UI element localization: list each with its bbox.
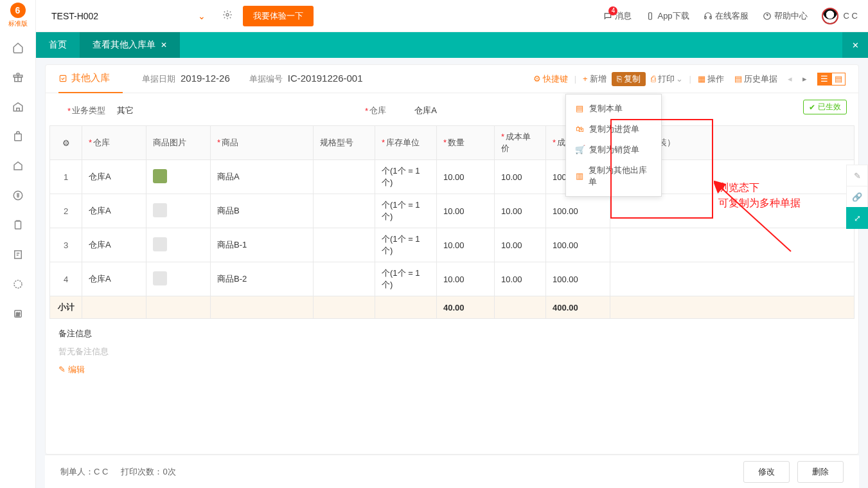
edit-remarks-link[interactable]: ✎ 编辑 [58, 364, 846, 375]
edit-icon: ✎ [58, 365, 68, 374]
product-thumbnail [153, 237, 167, 251]
svg-point-6 [14, 280, 22, 288]
nav-house-icon[interactable] [0, 153, 36, 179]
chevron-down-icon: ⌄ [676, 74, 683, 84]
copy-button[interactable]: ⎘复制 [612, 72, 646, 86]
svg-rect-2 [14, 134, 21, 141]
table-row[interactable]: 3仓库A商品B-1个(1个 = 1个)10.0010.00100.00 [50, 228, 855, 262]
svg-rect-10 [649, 12, 652, 19]
nav-gift-icon[interactable] [0, 64, 36, 90]
svg-rect-11 [704, 16, 705, 18]
items-table: ⚙ *仓库 商品图片 *商品 规格型号 *库存单位 *数量 *成本单价 *成本金… [49, 125, 855, 319]
headset-icon [704, 12, 713, 21]
left-sidebar: 6 标准版 新 [0, 0, 36, 488]
settings-gear-icon[interactable] [222, 10, 233, 22]
nav-money-icon[interactable] [0, 183, 36, 208]
nav-report-icon[interactable] [0, 242, 36, 267]
svg-text:新: 新 [16, 312, 20, 316]
nav-prev-button[interactable]: ◂ [783, 74, 797, 84]
user-avatar [822, 8, 838, 24]
nav-sync-icon[interactable] [0, 271, 36, 297]
message-icon: 4 [603, 12, 612, 21]
tab-close-icon[interactable]: ✕ [161, 41, 167, 50]
svg-rect-12 [710, 16, 711, 18]
remarks-title: 备注信息 [58, 328, 846, 339]
gear-icon: ⚙ [533, 74, 541, 84]
document-card: 其他入库 单据日期2019-12-26 单据编号IC-20191226-001 … [45, 64, 859, 455]
copy-this-item[interactable]: ▤复制本单 [566, 98, 661, 119]
tab-home[interactable]: 首页 [36, 32, 80, 58]
bill-number: 单据编号IC-20191226-001 [249, 73, 363, 85]
bill-date: 单据日期2019-12-26 [142, 73, 230, 85]
doc-out-icon: ▥ [575, 171, 583, 181]
svg-rect-4 [15, 221, 21, 229]
grid-icon: ▦ [698, 74, 705, 84]
nav-bag-icon[interactable] [0, 123, 36, 149]
history-icon: ▤ [734, 74, 742, 84]
try-experience-button[interactable]: 我要体验一下 [243, 6, 314, 26]
copy-dropdown: ▤复制本单 🛍复制为进货单 🛒复制为销货单 ▥复制为其他出库单 [565, 94, 662, 197]
page-tabs: 首页 查看其他入库单 ✕ ✕ [36, 32, 868, 58]
print-count-info: 打印次数：0次 [121, 466, 175, 478]
subtotal-row: 小计 40.00 400.00 [50, 296, 855, 319]
modify-button[interactable]: 修改 [743, 461, 790, 483]
chevron-down-icon: ⌄ [198, 11, 206, 21]
creator-info: 制单人：C C [60, 466, 108, 478]
copy-to-sales-item[interactable]: 🛒复制为销货单 [566, 140, 661, 160]
warehouse-field: *仓库仓库A [365, 105, 437, 116]
check-icon: ✔ [809, 103, 815, 112]
messages-link[interactable]: 4 消息 [603, 10, 632, 22]
svg-rect-14 [60, 75, 66, 81]
user-menu[interactable]: C C [822, 8, 858, 24]
view-grid-button[interactable]: ▤ [831, 73, 846, 86]
tab-current[interactable]: 查看其他入库单 ✕ [80, 32, 180, 58]
top-bar: TEST-H002 ⌄ 我要体验一下 4 消息 App下载 在线客 [36, 0, 868, 32]
cart-icon: 🛒 [575, 145, 584, 154]
copy-to-purchase-item[interactable]: 🛍复制为进货单 [566, 119, 661, 140]
print-button[interactable]: ⎙打印⌄ [646, 73, 688, 85]
copy-to-other-out-item[interactable]: ▥复制为其他出库单 [566, 160, 661, 192]
product-thumbnail [153, 203, 167, 217]
nav-clipboard-icon[interactable] [0, 212, 36, 238]
status-badge: ✔已生效 [803, 100, 847, 114]
online-support-link[interactable]: 在线客服 [704, 10, 748, 22]
nav-warehouse-icon[interactable] [0, 94, 36, 120]
nav-home-icon[interactable] [0, 35, 36, 60]
shortcut-button[interactable]: ⚙快捷键 [528, 73, 573, 85]
table-header-row: ⚙ *仓库 商品图片 *商品 规格型号 *库存单位 *数量 *成本单价 *成本金… [50, 126, 855, 160]
page-footer: 制单人：C C 打印次数：0次 修改 删除 [45, 455, 859, 488]
bag-icon: 🛍 [575, 124, 584, 134]
operate-button[interactable]: ▦操作 [693, 73, 729, 85]
org-selector[interactable]: TEST-H002 ⌄ [51, 11, 212, 21]
help-center-link[interactable]: 帮助中心 [763, 10, 808, 22]
product-thumbnail [153, 169, 167, 183]
tabs-close-all[interactable]: ✕ [842, 32, 868, 58]
delete-button[interactable]: 删除 [797, 461, 844, 483]
help-icon [763, 12, 772, 21]
rb-note-icon[interactable]: ✎ [846, 165, 868, 186]
print-icon: ⎙ [651, 74, 656, 84]
annotation-text: 浏览态下 可复制为多种单据 [718, 180, 801, 211]
product-thumbnail [153, 271, 167, 285]
col-settings-icon[interactable]: ⚙ [50, 126, 82, 160]
app-download-link[interactable]: App下载 [646, 10, 689, 22]
nav-next-button[interactable]: ▸ [797, 74, 812, 84]
doc-type-tab: 其他入库 [58, 65, 123, 93]
right-toolbar: ✎ 🔗 ⤢ [846, 165, 868, 228]
app-logo[interactable]: 6 标准版 [0, 0, 36, 31]
svg-point-9 [226, 14, 229, 16]
history-button[interactable]: ▤历史单据 [729, 73, 783, 85]
plus-icon: + [583, 74, 588, 84]
nav-new-icon[interactable]: 新 [0, 301, 36, 327]
phone-icon [646, 12, 655, 21]
inventory-in-icon [58, 74, 67, 83]
view-list-button[interactable]: ☰ [817, 73, 831, 86]
remarks-empty: 暂无备注信息 [58, 346, 846, 357]
table-row[interactable]: 4仓库A商品B-2个(1个 = 1个)10.0010.00100.00 [50, 262, 855, 296]
biz-type-field: *业务类型其它 [67, 105, 134, 116]
rb-link-icon[interactable]: 🔗 [846, 186, 868, 208]
rb-expand-icon[interactable]: ⤢ [846, 207, 868, 229]
add-button[interactable]: +新增 [578, 73, 612, 85]
doc-icon: ▤ [575, 104, 584, 113]
copy-icon: ⎘ [617, 74, 622, 84]
